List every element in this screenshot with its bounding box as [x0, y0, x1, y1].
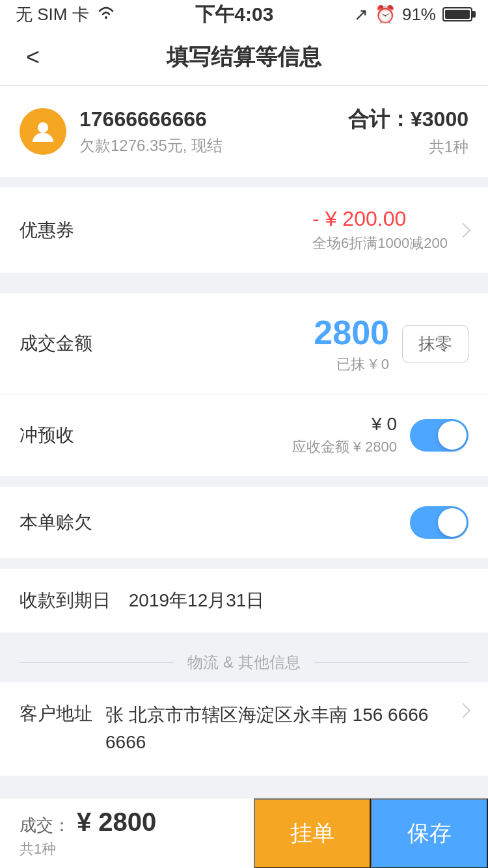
credit-row: 本单赊欠 — [0, 487, 488, 558]
bottom-bar: 成交： ¥ 2800 共1种 挂单 保存 — [0, 798, 488, 868]
prepay-row: 冲预收 ¥ 0 应收金额 ¥ 2800 — [0, 394, 488, 476]
due-date-section: 收款到期日 2019年12月31日 — [0, 569, 488, 632]
chevron-icon — [456, 223, 471, 237]
customer-right: 合计：¥3000 共1种 — [348, 105, 468, 157]
back-button[interactable]: < — [20, 37, 46, 77]
divider-2 — [0, 476, 488, 487]
total-count: 共1种 — [348, 137, 468, 157]
coupon-row[interactable]: 优惠券 - ¥ 200.00 全场6折满1000减200 — [0, 187, 488, 273]
wifi-icon — [97, 5, 115, 25]
alarm-icon: ⏰ — [375, 5, 396, 25]
bottom-summary: 成交： ¥ 2800 共1种 — [0, 807, 254, 859]
due-date-row: 收款到期日 2019年12月31日 — [0, 569, 488, 632]
save-button[interactable]: 保存 — [371, 798, 488, 869]
sim-status: 无 SIM 卡 — [16, 3, 89, 26]
customer-left: 17666666666 欠款1276.35元, 现结 — [20, 107, 223, 156]
address-row[interactable]: 客户地址 张 北京市市辖区海淀区永丰南 156 6666 6666 — [0, 682, 488, 776]
coupon-value: - ¥ 200.00 — [312, 207, 448, 231]
svg-point-0 — [105, 16, 107, 19]
transaction-row: 成交金额 2800 已抹 ¥ 0 抹零 — [0, 293, 488, 394]
coupon-desc: 全场6折满1000减200 — [312, 234, 448, 253]
page-title: 填写结算等信息 — [167, 42, 321, 72]
svg-point-1 — [38, 122, 48, 133]
customer-sub: 欠款1276.35元, 现结 — [79, 135, 223, 156]
divider-1 — [0, 283, 488, 293]
toggle-knob — [438, 421, 467, 450]
bottom-summary-row: 成交： ¥ 2800 — [20, 807, 234, 837]
prepay-right: ¥ 0 应收金额 ¥ 2800 — [292, 414, 468, 457]
due-date-label: 收款到期日 — [20, 590, 111, 610]
transaction-section: 成交金额 2800 已抹 ¥ 0 抹零 冲预收 ¥ 0 应收金额 ¥ 2800 — [0, 293, 488, 476]
avatar — [20, 108, 66, 155]
location-icon: ↗ — [354, 5, 368, 25]
transaction-right: 2800 已抹 ¥ 0 抹零 — [314, 313, 468, 374]
credit-section: 本单赊欠 — [0, 487, 488, 558]
address-section: 客户地址 张 北京市市辖区海淀区永丰南 156 6666 6666 — [0, 682, 488, 776]
logistics-label: 物流 & 其他信息 — [174, 652, 313, 673]
prepay-sub: 应收金额 ¥ 2800 — [292, 437, 397, 457]
bottom-trans-count: 共1种 — [20, 839, 234, 859]
prepay-value-block: ¥ 0 应收金额 ¥ 2800 — [292, 414, 397, 457]
address-label: 客户地址 — [20, 701, 92, 726]
due-date-value: 2019年12月31日 — [129, 590, 265, 610]
coupon-section: 优惠券 - ¥ 200.00 全场6折满1000减200 — [0, 187, 488, 273]
logistics-divider: 物流 & 其他信息 — [0, 643, 488, 682]
transaction-amount: 2800 — [314, 314, 389, 351]
credit-label: 本单赊欠 — [20, 510, 92, 535]
status-time: 下午4:03 — [195, 1, 273, 28]
hold-button[interactable]: 挂单 — [254, 798, 371, 869]
coupon-label: 优惠券 — [20, 218, 74, 243]
status-left: 无 SIM 卡 — [16, 3, 115, 26]
prepay-amount: ¥ 0 — [292, 414, 397, 435]
round-button[interactable]: 抹零 — [402, 325, 468, 362]
status-bar: 无 SIM 卡 下午4:03 ↗ ⏰ 91% — [0, 0, 488, 29]
customer-info: 17666666666 欠款1276.35元, 现结 — [79, 107, 223, 156]
bottom-trans-label: 成交： — [20, 814, 70, 837]
battery-icon — [442, 7, 472, 21]
status-right: ↗ ⏰ 91% — [354, 5, 472, 25]
bottom-trans-amount: ¥ 2800 — [77, 807, 156, 837]
customer-phone: 17666666666 — [79, 107, 223, 131]
credit-toggle[interactable] — [410, 506, 468, 539]
total-amount: 合计：¥3000 — [348, 105, 468, 134]
transaction-label: 成交金额 — [20, 331, 92, 356]
credit-toggle-knob — [438, 508, 467, 537]
prepay-label: 冲预收 — [20, 423, 74, 448]
nav-bar: < 填写结算等信息 — [0, 29, 488, 86]
coupon-right: - ¥ 200.00 全场6折满1000减200 — [312, 207, 468, 253]
transaction-sub: 已抹 ¥ 0 — [314, 355, 389, 374]
content: 17666666666 欠款1276.35元, 现结 合计：¥3000 共1种 … — [0, 86, 488, 864]
address-chevron-icon — [456, 703, 471, 718]
prepay-toggle[interactable] — [410, 419, 468, 452]
customer-card: 17666666666 欠款1276.35元, 现结 合计：¥3000 共1种 — [0, 86, 488, 177]
battery-percentage: 91% — [402, 5, 436, 25]
address-value: 张 北京市市辖区海淀区永丰南 156 6666 6666 — [105, 701, 458, 756]
